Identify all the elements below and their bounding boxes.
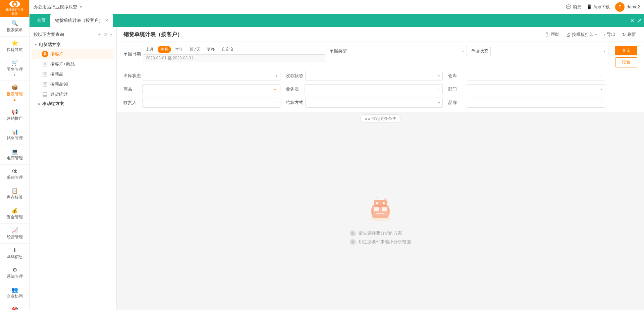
app-download-button[interactable]: 📱 App下载 — [587, 4, 610, 10]
date-btn-this-year[interactable]: 本年 — [172, 46, 186, 53]
hint-num-1: ① — [350, 230, 356, 236]
tree-item-label: 按客户 — [50, 51, 63, 57]
salesman-label: 业务员 — [286, 86, 303, 92]
app-logo[interactable]: 畅 畅捷通好生意 标版 — [0, 0, 29, 17]
warehouse-select[interactable]: ··· — [467, 71, 605, 81]
dept-chevron-icon: ▾ — [600, 88, 602, 91]
collapse-panel-button[interactable]: « — [110, 32, 112, 38]
warehouse-label: 仓库 — [448, 73, 465, 79]
message-button[interactable]: 💬 消息 — [566, 4, 581, 10]
svg-rect-2 — [43, 62, 47, 66]
download-icon: 📱 — [587, 4, 592, 9]
sidebar-item-guide[interactable]: 🎯 新手引导 — [0, 303, 29, 310]
sidebar-item-management[interactable]: 📈 经营管理 — [0, 224, 29, 244]
collapse-up-icon: ∧∧ — [365, 116, 371, 121]
date-btn-more[interactable]: 更多 — [204, 46, 218, 53]
svg-rect-8 — [43, 82, 47, 86]
tree-item-by-goods[interactable]: 按商品 — [32, 69, 114, 79]
sidebar-item-sales[interactable]: 📊 销售管理 — [0, 125, 29, 145]
pay-status-select[interactable]: ▾ — [305, 71, 443, 81]
salesman-select[interactable]: ··· — [305, 84, 443, 94]
sidebar-item-label: 企业协同 — [1, 294, 28, 299]
type-select[interactable]: ▾ — [349, 46, 467, 56]
sidebar-item-inventory[interactable]: 📋 库存核算 — [0, 184, 29, 204]
sidebar-item-ecommerce[interactable]: 💻 电商管理 — [0, 145, 29, 165]
sidebar-item-collab[interactable]: 👥 企业协同 — [0, 283, 29, 303]
refresh-button[interactable]: ↻ 刷新 — [621, 31, 637, 38]
sidebar-item-search[interactable]: 🔍 搜索菜单 — [0, 17, 29, 37]
tab-close-icon[interactable]: ✕ — [105, 18, 108, 23]
goods-icon — [42, 71, 48, 78]
sidebar-item-basic[interactable]: ℹ 基础信息 — [0, 244, 29, 263]
date-btn-custom[interactable]: 自定义 — [219, 46, 236, 53]
dept-select[interactable]: ▾ — [467, 84, 605, 94]
management-icon: 📈 — [1, 227, 28, 234]
date-range-display[interactable]: 2023-03-01 至 2023-03-31 — [143, 54, 325, 62]
window-maximize-icon[interactable]: ⤢ — [637, 17, 641, 24]
sidebar-item-label: 电商管理 — [1, 155, 28, 161]
settle-select[interactable]: ▾ — [305, 98, 443, 108]
collapse-bar: ∧∧ 收起更多条件 — [117, 112, 644, 125]
collapse-button[interactable]: ∧∧ 收起更多条件 — [360, 114, 400, 123]
type-chevron-icon: ▾ — [462, 49, 464, 53]
sidebar-item-retail[interactable]: 🛒 零售管理 ▼ — [0, 56, 29, 81]
warehouse-item: 仓库 ··· — [448, 71, 605, 81]
help-button[interactable]: ? 帮助 — [543, 31, 561, 38]
chevron-down-icon[interactable]: ▾ — [80, 4, 82, 9]
status-select[interactable]: ▾ — [490, 46, 608, 56]
tree-item-by-customer[interactable]: 客 按客户 — [32, 49, 114, 59]
tree-item-customer-goods[interactable]: 按客户+商品 — [32, 59, 114, 69]
sidebar-item-purchase[interactable]: 🛍 采购管理 — [0, 165, 29, 184]
panel-title: 按以下方案查询 — [34, 32, 64, 38]
sidebar-item-marketing[interactable]: 📢 营销推广 — [0, 105, 29, 125]
print-button[interactable]: 🖨 按模板打印 ▾ — [565, 31, 598, 38]
dept-label: 部门 — [448, 86, 465, 92]
panel-actions: ＋ ⟳ « — [97, 32, 112, 38]
basic-icon: ℹ — [1, 247, 28, 253]
window-close-icon[interactable]: ✕ — [630, 17, 634, 24]
sidebar-item-label: 营销推广 — [1, 116, 28, 121]
date-btn-7days[interactable]: 近7天 — [187, 46, 203, 53]
sidebar-item-label: 系统管理 — [1, 274, 28, 279]
query-button[interactable]: 查询 — [615, 46, 637, 55]
brand-select[interactable]: ··· — [467, 98, 605, 108]
sidebar-item-label: 采购管理 — [1, 175, 28, 180]
settings-button[interactable]: 设置 — [615, 57, 637, 67]
sidebar-item-label: 经营管理 — [1, 234, 28, 240]
export-button[interactable]: ↑ 导出 — [602, 31, 617, 38]
user-menu[interactable]: E demo2 — [615, 2, 640, 12]
receiver-select[interactable]: ··· — [142, 98, 280, 108]
print-icon: 🖨 — [566, 32, 571, 37]
brand-item: 品牌 ··· — [448, 98, 605, 108]
tabbar-actions: ✕ ⤢ — [630, 17, 641, 24]
sidebar-item-system[interactable]: ⚙ 系统管理 — [0, 263, 29, 283]
sales-icon: 📊 — [1, 128, 28, 135]
sidebar-item-finance[interactable]: 💰 资金管理 — [0, 204, 29, 224]
sidebar-item-wholesale[interactable]: 📦 批发管理 ▲ — [0, 81, 29, 105]
out-status-select[interactable]: ▾ — [143, 71, 280, 81]
avatar: E — [615, 2, 625, 12]
tree-item-return-stat[interactable]: 退货统计 — [32, 89, 114, 99]
refresh-label: 刷新 — [627, 32, 636, 38]
tree-item-goods99[interactable]: 按商品99 — [32, 79, 114, 89]
star-icon: ⭐ — [1, 40, 28, 46]
page-header: 销货单统计表（按客户） ? 帮助 🖨 按模板打印 ▾ ↑ 导出 — [117, 27, 644, 42]
tree-group-label: 移动端方案 — [42, 101, 64, 107]
app-title: 畅捷通好生意 标版 — [6, 8, 24, 16]
goods-select[interactable]: ··· — [142, 84, 280, 94]
add-scheme-button[interactable]: ＋ — [97, 32, 102, 38]
date-btn-last-month[interactable]: 上月 — [143, 46, 156, 53]
tree-group-mobile[interactable]: ▶ 移动端方案 — [32, 99, 114, 108]
collab-icon: 👥 — [1, 287, 28, 293]
tab-home[interactable]: 首页 — [32, 14, 50, 27]
salesman-item: 业务员 ··· — [286, 84, 443, 94]
sidebar-item-nav[interactable]: ⭐ 快捷导航 — [0, 37, 29, 56]
page-title: 销货单统计表（按客户） — [123, 31, 182, 38]
refresh-scheme-button[interactable]: ⟳ — [104, 32, 108, 38]
status-chevron-icon: ▾ — [604, 49, 605, 53]
wholesale-icon: 📦 — [1, 84, 28, 91]
tab-sales-stat[interactable]: 销货单统计表（按客户） ✕ — [50, 14, 113, 27]
date-btn-this-month[interactable]: 本月 — [158, 46, 171, 53]
tree-section: ▼ 电脑端方案 客 按客户 按客户+商品 按商品 — [30, 40, 116, 108]
tree-group-desktop[interactable]: ▼ 电脑端方案 — [32, 40, 114, 49]
